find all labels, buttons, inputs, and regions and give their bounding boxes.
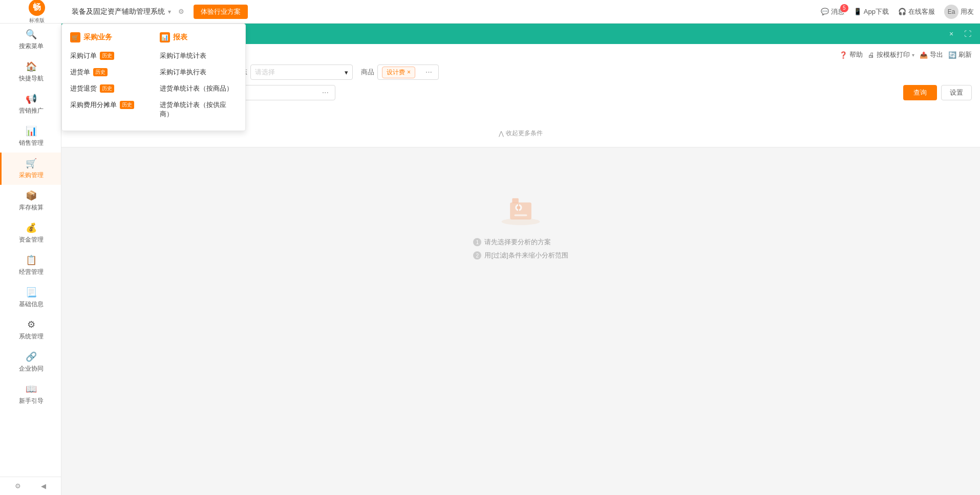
header-gear-icon[interactable]: ⚙ [175,6,187,18]
operations-icon: 📋 [26,254,37,266]
empty-state: 1 请先选择要分析的方案 2 用[过滤]条件来缩小分析范围 [61,147,980,301]
sidebar-footer-settings-icon[interactable]: ⚙ [15,482,21,490]
purchase-inbound-history-badge: 历史 [93,68,108,76]
tab-bar-actions: × ⛶ [945,28,980,40]
sidebar-item-inventory[interactable]: 📦 库存核算 [0,185,61,217]
help-btn[interactable]: ❓ 帮助 [839,50,863,59]
message-badge: 5 [840,4,848,12]
sidebar-item-search[interactable]: 🔍 搜索菜单 [0,24,61,56]
settings-button[interactable]: 设置 [941,85,972,100]
finance-icon: 💰 [26,222,37,233]
help-icon: ❓ [839,51,847,59]
industry-btn[interactable]: 体验行业方案 [194,5,248,19]
sidebar-item-inventory-label: 库存核算 [19,203,44,212]
purchase-business-header: 🛒 采购业务 [70,32,147,42]
inventory-icon: 📦 [26,190,37,201]
goods-tag: 设计费 × [382,67,415,78]
purchase-expense-item[interactable]: 采购费用分摊单 历史 [70,97,147,113]
goods-select[interactable]: 设计费 × ··· [377,64,439,80]
print-btn[interactable]: 🖨 按模板打印 ▾ [868,50,914,59]
goods-filter-item: 商品 设计费 × ··· [361,64,439,80]
sales-icon: 📊 [26,125,37,137]
search-icon: 🔍 [26,29,37,40]
sidebar-item-system-label: 系统管理 [19,332,44,341]
system-icon: ⚙ [27,319,35,330]
app-download-btn[interactable]: 📱 App下载 [854,7,889,16]
goods-tag-close-icon[interactable]: × [407,69,411,76]
svg-point-4 [517,206,521,209]
sidebar-item-guide[interactable]: 📖 新手引导 [0,378,61,411]
tab-fullscreen-btn[interactable]: ⛶ [962,28,974,40]
purchase-order-history-badge: 历史 [100,52,114,60]
salesperson-more-icon[interactable]: ··· [320,88,331,97]
refresh-icon: 🔄 [948,51,956,59]
sidebar-item-system[interactable]: ⚙ 系统管理 [0,314,61,346]
sidebar-item-operations[interactable]: 📋 经营管理 [0,249,61,282]
sidebar-item-guide-label: 新手引导 [19,397,44,405]
report-purchase-order-exec-item[interactable]: 采购订单执行表 [160,64,237,80]
sidebar-item-quick-nav[interactable]: 🏠 快捷导航 [0,56,61,88]
system-name-area: 装备及固定资产辅助管理系统 ▾ [72,7,171,16]
sidebar-item-marketing[interactable]: 📢 营销推广 [0,88,61,120]
system-name-arrow-icon[interactable]: ▾ [168,8,171,15]
message-btn[interactable]: 💬 消息 5 [821,7,844,16]
sidebar-item-purchase-label: 采购管理 [19,171,44,180]
report-header: 📊 报表 [160,32,237,42]
report-inbound-by-supplier-item[interactable]: 进货单统计表（按供应商） [160,97,237,122]
logo-subtext: 标准版 [29,17,45,24]
doc-status-select[interactable]: 请选择 ▾ [250,64,353,80]
sidebar-item-finance[interactable]: 💰 资金管理 [0,217,61,249]
goods-label: 商品 [361,68,374,77]
purchase-icon: 🛒 [26,158,37,169]
purchase-expense-history-badge: 历史 [120,101,134,109]
empty-hint-2: 2 用[过滤]条件来缩小分析范围 [473,251,568,260]
header-right: 💬 消息 5 📱 App下载 🎧 在线客服 Ea 用友 [821,5,974,19]
collapse-up-icon: ⋀ [499,130,504,137]
basic-info-icon: 📃 [26,287,37,298]
salesperson-select[interactable]: ··· [233,85,335,100]
guide-icon: 📖 [26,383,37,395]
toolbar-actions: ❓ 帮助 🖨 按模板打印 ▾ 📤 导出 🔄 [839,50,972,59]
hint-num-2: 2 [473,251,481,260]
query-button[interactable]: 查询 [903,85,937,100]
print-icon: 🖨 [868,51,875,59]
empty-illustration [495,188,546,229]
sidebar-item-enterprise[interactable]: 🔗 企业协同 [0,346,61,378]
export-btn[interactable]: 📤 导出 [920,50,943,59]
export-icon: 📤 [920,51,928,59]
avatar: Ea [944,5,958,19]
system-name-text: 装备及固定资产辅助管理系统 [72,7,165,16]
user-profile-btn[interactable]: Ea 用友 [944,5,974,19]
hint-num-1: 1 [473,238,481,246]
top-header: 畅 标准版 装备及固定资产辅助管理系统 ▾ ⚙ 体验行业方案 💬 消息 5 📱 … [0,0,980,24]
sidebar-item-search-label: 搜索菜单 [19,42,44,51]
sidebar-item-sales[interactable]: 📊 销售管理 [0,120,61,153]
report-column: 📊 报表 采购订单统计表 采购订单执行表 进货单统计表（按商品） 进货单统计表（… [160,32,237,122]
sidebar-item-finance-label: 资金管理 [19,235,44,244]
tab-close-all-btn[interactable]: × [945,28,957,40]
purchase-order-item[interactable]: 采购订单 历史 [70,48,147,64]
sidebar-item-marketing-label: 营销推广 [19,106,44,115]
doc-status-dropdown-icon: ▾ [345,69,348,76]
refresh-btn[interactable]: 🔄 刷新 [948,50,972,59]
sidebar-item-basic-info[interactable]: 📃 基础信息 [0,282,61,314]
sidebar-footer-collapse-icon[interactable]: ◀ [41,482,46,490]
home-icon: 🏠 [26,61,37,72]
purchase-business-column: 🛒 采购业务 采购订单 历史 进货单 历史 进货退货 历史 采购费用分摊单 历史 [70,32,147,122]
report-inbound-by-goods-item[interactable]: 进货单统计表（按商品） [160,80,237,97]
report-icon: 📊 [160,32,170,42]
goods-more-icon[interactable]: ··· [423,68,434,77]
print-dropdown-icon[interactable]: ▾ [912,52,914,58]
sidebar-item-sales-label: 销售管理 [19,139,44,147]
sidebar-item-quick-nav-label: 快捷导航 [19,74,44,83]
marketing-icon: 📢 [26,93,37,104]
sidebar-footer: ⚙ ◀ [0,477,61,495]
sidebar-item-purchase[interactable]: 🛒 采购管理 [0,153,61,185]
purchase-inbound-item[interactable]: 进货单 历史 [70,64,147,80]
phone-icon: 📱 [854,8,862,15]
svg-rect-5 [515,214,527,216]
sidebar-item-operations-label: 经营管理 [19,268,44,276]
online-service-btn[interactable]: 🎧 在线客服 [898,7,935,16]
report-purchase-order-stat-item[interactable]: 采购订单统计表 [160,48,237,64]
purchase-return-item[interactable]: 进货退货 历史 [70,80,147,97]
